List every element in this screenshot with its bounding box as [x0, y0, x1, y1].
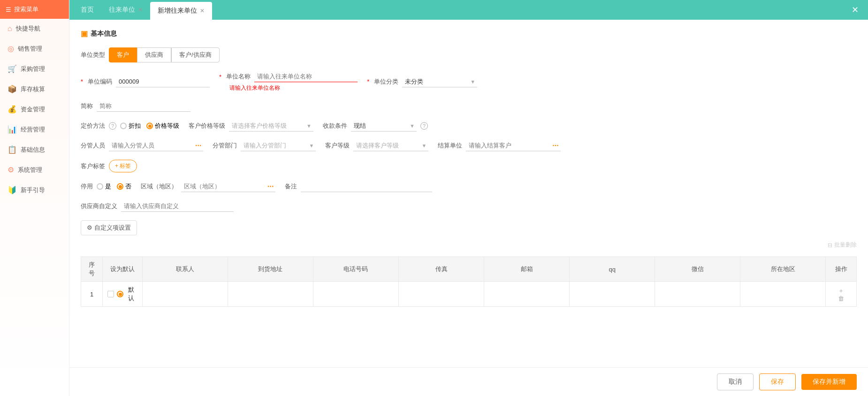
sales-icon: ◎: [8, 44, 14, 53]
tab-home[interactable]: 首页: [73, 0, 101, 20]
unit-code-group: * 单位编码: [81, 76, 210, 87]
unit-code-input[interactable]: [116, 76, 210, 87]
tab-new-partner-close[interactable]: ✕: [200, 8, 205, 14]
unit-category-label: 单位分类: [374, 78, 398, 86]
sidebar-item-quick-nav[interactable]: ⌂ 快捷导航: [0, 19, 69, 39]
pricing-method-group: 定价方法 ? 折扣 价格等级: [81, 122, 179, 130]
cancel-button[interactable]: 取消: [717, 373, 754, 390]
sidebar-item-sys-mgmt[interactable]: ⚙ 系统管理: [0, 160, 69, 180]
region-input[interactable]: [181, 181, 266, 192]
row-region[interactable]: [740, 282, 826, 307]
customer-price-level-group: 客户价格等级 请选择客户价格等级 ▼: [189, 120, 313, 132]
row-qq[interactable]: [570, 282, 655, 307]
email-input[interactable]: [489, 291, 564, 298]
disabled-no-radio[interactable]: 否: [117, 182, 131, 191]
payment-terms-label: 收款条件: [323, 122, 347, 130]
sidebar-search[interactable]: ☰ 搜索菜单: [0, 0, 69, 19]
price-level-radio-circle: [146, 123, 153, 129]
settlement-unit-input[interactable]: [466, 140, 550, 151]
sidebar-item-operations[interactable]: 📊 经营管理: [0, 119, 69, 140]
payment-help-icon[interactable]: ?: [420, 122, 428, 130]
save-button[interactable]: 保存: [759, 373, 796, 390]
unit-category-select[interactable]: 未分类: [402, 76, 477, 87]
qq-input[interactable]: [574, 291, 650, 298]
save-new-button[interactable]: 保存并新增: [801, 374, 857, 390]
row-checkbox[interactable]: [107, 291, 114, 297]
sidebar-item-purchase[interactable]: 🛒 采购管理: [0, 59, 69, 79]
row-wechat[interactable]: [655, 282, 740, 307]
customer-level-select[interactable]: 请选择客户等级: [353, 140, 428, 151]
customer-level-select-wrapper: 请选择客户等级 ▼: [353, 140, 428, 151]
add-row-btn[interactable]: ＋: [838, 287, 844, 294]
manager-more-btn[interactable]: ···: [193, 141, 203, 150]
row-phone[interactable]: [313, 282, 398, 307]
discount-radio-circle: [120, 123, 127, 129]
sidebar-item-basic-info[interactable]: 📋 基础信息: [0, 140, 69, 160]
customer-price-level-select[interactable]: 请选择客户价格等级: [229, 120, 313, 132]
batch-delete-area: ⊟ 批量删除: [81, 241, 857, 249]
pricing-help-icon[interactable]: ?: [109, 122, 116, 130]
fax-input[interactable]: [404, 291, 479, 298]
pricing-method-label: 定价方法: [81, 122, 105, 130]
disabled-radio-group: 是 否: [97, 182, 131, 191]
address-input[interactable]: [233, 291, 308, 298]
sidebar-item-inventory[interactable]: 📦 库存核算: [0, 79, 69, 99]
unit-info-row: * 单位编码 * 单位名称 请输入往来单位名称 * 单位分类 未分类: [81, 71, 857, 92]
pricing-level-radio[interactable]: 价格等级: [146, 122, 179, 130]
unit-type-supplier-btn[interactable]: 供应商: [137, 47, 171, 62]
row-default-radio[interactable]: 默认: [117, 286, 137, 303]
supplier-custom-input[interactable]: [121, 201, 234, 212]
region-more-btn[interactable]: ···: [266, 182, 275, 191]
col-fax: 传真: [399, 257, 484, 282]
phone-input[interactable]: [318, 291, 394, 298]
row-region-input[interactable]: [745, 291, 821, 298]
unit-type-both-btn[interactable]: 客户/供应商: [171, 47, 220, 62]
payment-terms-select[interactable]: 现结: [351, 120, 417, 132]
sidebar-item-beginner[interactable]: 🔰 新手引导: [0, 180, 69, 200]
customer-price-level-label: 客户价格等级: [189, 122, 225, 130]
short-name-input[interactable]: [97, 101, 190, 112]
required-star-code: *: [81, 78, 83, 85]
customer-tag-label: 客户标签: [81, 162, 105, 171]
sidebar-item-label: 系统管理: [18, 166, 42, 174]
unit-type-customer-btn[interactable]: 客户: [109, 47, 137, 62]
settlement-unit-group: 结算单位 ···: [438, 140, 560, 151]
manager-input[interactable]: [109, 140, 193, 151]
tab-partner[interactable]: 往来单位 ✕: [101, 0, 150, 20]
remark-input[interactable]: [301, 181, 432, 192]
unit-type-group: 单位类型 客户 供应商 客户/供应商: [81, 47, 220, 62]
unit-name-label: 单位名称: [226, 72, 251, 81]
row-email[interactable]: [484, 282, 570, 307]
unit-name-input[interactable]: [254, 71, 358, 82]
region-group: 区域（地区） ···: [141, 181, 275, 192]
main-content: 首页 往来单位 ✕ 新增往来单位 ✕ ✕ ▣ 基本信息 单位类型 客户 供应商: [69, 0, 868, 396]
settlement-more-btn[interactable]: ···: [550, 141, 560, 150]
delete-row-btn[interactable]: 🗑: [838, 295, 844, 302]
unit-type-buttons: 客户 供应商 客户/供应商: [109, 47, 220, 62]
row-contact[interactable]: [142, 282, 228, 307]
add-tag-button[interactable]: + 标签: [109, 160, 137, 172]
section-icon: ▣: [81, 29, 88, 38]
custom-settings-button[interactable]: ⚙ 自定义项设置: [81, 220, 137, 235]
sidebar-item-label: 基础信息: [21, 146, 45, 154]
window-close-button[interactable]: ✕: [846, 5, 864, 15]
unit-type-row: 单位类型 客户 供应商 客户/供应商: [81, 47, 857, 62]
disabled-row: 停用 是 否 区域（地区） ···: [81, 181, 857, 192]
unit-name-error: 请输入往来单位名称: [229, 84, 280, 92]
disabled-yes-radio[interactable]: 是: [97, 182, 111, 191]
contact-input[interactable]: [147, 291, 223, 298]
tab-new-partner[interactable]: 新增往来单位 ✕: [150, 2, 212, 20]
batch-delete-label[interactable]: 批量删除: [834, 241, 857, 249]
beginner-icon: 🔰: [8, 186, 17, 194]
pricing-discount-radio[interactable]: 折扣: [120, 122, 141, 130]
row-default-group: 默认: [107, 286, 137, 303]
sidebar-item-sales[interactable]: ◎ 销售管理: [0, 39, 69, 59]
row-fax[interactable]: [399, 282, 484, 307]
tab-partner-close[interactable]: ✕: [138, 7, 143, 13]
row-address[interactable]: [228, 282, 313, 307]
wechat-input[interactable]: [660, 291, 735, 298]
unit-code-label: 单位编码: [88, 78, 112, 86]
department-select[interactable]: 请输入分管部门: [241, 140, 316, 151]
section-title-label: 基本信息: [91, 30, 117, 38]
sidebar-item-finance[interactable]: 💰 资金管理: [0, 99, 69, 119]
